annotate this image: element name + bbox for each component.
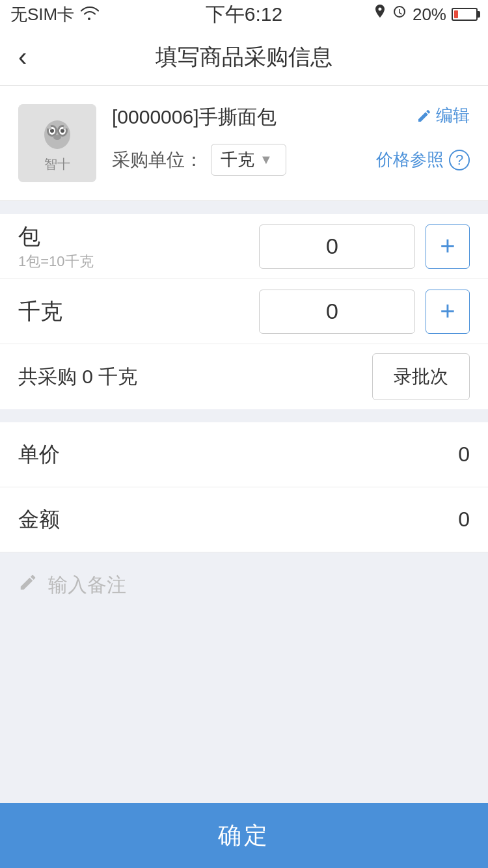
product-unit-row: 采购单位： 千克 ▼ 价格参照 ? (112, 144, 470, 176)
back-button[interactable]: ‹ (18, 42, 27, 72)
dropdown-arrow-icon: ▼ (260, 152, 273, 167)
battery-icon (452, 8, 478, 21)
batch-button[interactable]: 录批次 (372, 353, 470, 400)
summary-text: 共采购 0 千克 (18, 364, 137, 390)
pack-input-right: + (96, 224, 470, 269)
product-image: 智十 (18, 104, 96, 182)
svg-point-5 (50, 129, 54, 133)
carrier-text: 无SIM卡 (10, 3, 74, 26)
wifi-icon (79, 5, 99, 25)
kg-plus-button[interactable]: + (426, 290, 470, 334)
amount-label: 金额 (18, 506, 60, 534)
kg-input-row: 千克 + (0, 279, 488, 344)
product-header: [0000006]手撕面包 编辑 (112, 104, 470, 131)
kg-input-right: + (96, 290, 470, 334)
price-ref-help-icon: ? (449, 150, 470, 170)
svg-point-6 (61, 129, 64, 133)
status-bar: 无SIM卡 下午6:12 20% (0, 0, 488, 29)
pack-input-row: 包 1包=10千克 + (0, 214, 488, 279)
summary-row: 共采购 0 千克 录批次 (0, 344, 488, 409)
logo-text: 智十 (44, 156, 70, 173)
product-card: 智十 [0000006]手撕面包 编辑 采购单位： 千克 ▼ 价格参照 (0, 86, 488, 201)
svg-point-7 (53, 135, 61, 140)
product-name: [0000006]手撕面包 (112, 104, 277, 131)
status-right: 20% (373, 5, 478, 25)
price-section: 单价 0 金额 0 (0, 422, 488, 552)
section-divider-1 (0, 201, 488, 214)
page-title: 填写商品采购信息 (156, 42, 332, 72)
amount-row: 金额 0 (0, 487, 488, 552)
price-ref-button[interactable]: 价格参照 ? (376, 148, 470, 171)
unit-price-value: 0 (458, 442, 470, 467)
confirm-button[interactable]: 确定 (0, 803, 488, 868)
amount-value: 0 (458, 508, 470, 532)
note-input[interactable]: 输入备注 (48, 572, 126, 599)
pack-plus-button[interactable]: + (426, 224, 470, 269)
edit-button[interactable]: 编辑 (416, 104, 470, 127)
pencil-icon (18, 573, 38, 597)
kg-quantity-input[interactable] (259, 290, 415, 334)
unit-price-label: 单价 (18, 441, 60, 469)
product-info: [0000006]手撕面包 编辑 采购单位： 千克 ▼ 价格参照 ? (112, 104, 470, 176)
unit-select[interactable]: 千克 ▼ (211, 144, 286, 176)
section-divider-2 (0, 409, 488, 422)
status-left: 无SIM卡 (10, 3, 99, 26)
battery-percent: 20% (413, 5, 446, 25)
note-section[interactable]: 输入备注 (0, 552, 488, 617)
pack-quantity-input[interactable] (259, 224, 415, 269)
nav-bar: ‹ 填写商品采购信息 (0, 29, 488, 86)
location-icon (373, 5, 386, 25)
input-section: 包 1包=10千克 + 千克 + 共采购 0 千克 录批次 (0, 214, 488, 409)
status-time: 下午6:12 (206, 1, 282, 28)
kg-label: 千克 (18, 297, 96, 327)
unit-label: 采购单位： 千克 ▼ (112, 144, 286, 176)
alarm-icon (392, 5, 407, 25)
unit-price-row: 单价 0 (0, 422, 488, 487)
pack-label: 包 1包=10千克 (18, 222, 96, 271)
